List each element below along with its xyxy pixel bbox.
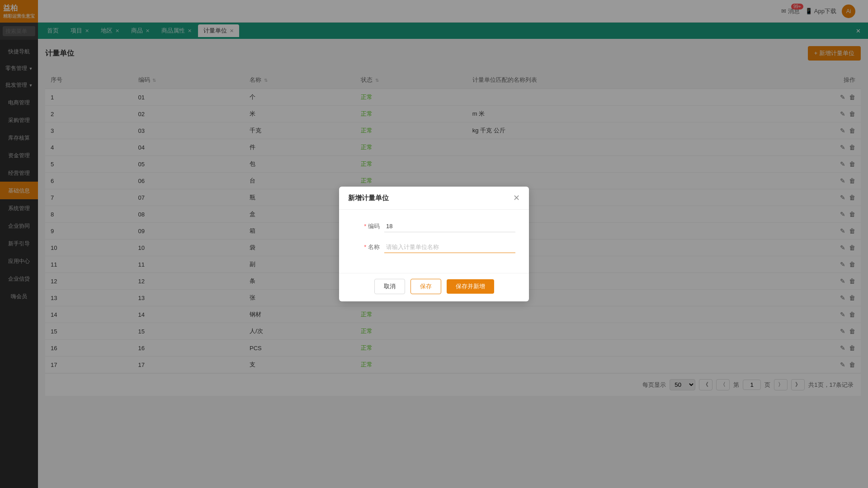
- code-input[interactable]: [384, 221, 515, 232]
- modal-footer: 取消 保存 保存并新增: [339, 273, 529, 301]
- form-row-name: * 名称: [353, 241, 515, 253]
- add-unit-modal: 新增计量单位 ✕ * 编码 * 名称 取消 保存 保存并新增: [339, 187, 529, 301]
- modal-body: * 编码 * 名称: [339, 210, 529, 273]
- save-button[interactable]: 保存: [410, 279, 441, 294]
- modal-close-btn[interactable]: ✕: [513, 193, 520, 203]
- code-label: * 编码: [353, 222, 380, 230]
- required-mark-2: *: [364, 244, 366, 250]
- save-and-new-button[interactable]: 保存并新增: [447, 279, 494, 294]
- modal-overlay[interactable]: 新增计量单位 ✕ * 编码 * 名称 取消 保存 保存并新增: [0, 0, 868, 488]
- unit-name-input[interactable]: [384, 241, 515, 253]
- modal-header: 新增计量单位 ✕: [339, 187, 529, 210]
- cancel-button[interactable]: 取消: [374, 279, 405, 294]
- required-mark: *: [364, 223, 366, 230]
- name-label: * 名称: [353, 243, 380, 251]
- modal-title: 新增计量单位: [348, 194, 389, 202]
- form-row-code: * 编码: [353, 221, 515, 232]
